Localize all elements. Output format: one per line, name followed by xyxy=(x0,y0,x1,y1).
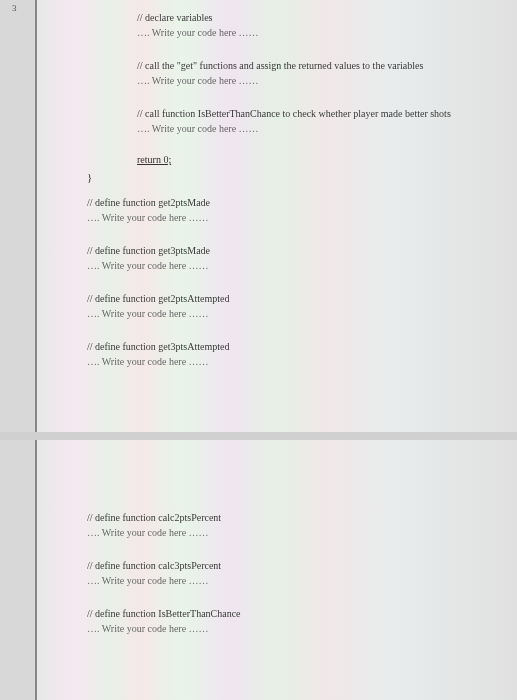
comment-text: // define function get2ptsMade xyxy=(87,195,487,210)
instruction-text: …. Write your code here …… xyxy=(87,621,487,636)
comment-text: // define function IsBetterThanChance xyxy=(87,606,487,621)
instruction-text: …. Write your code here …… xyxy=(87,306,487,321)
comment-text: // define function get3ptsAttempted xyxy=(87,339,487,354)
instruction-text: …. Write your code here …… xyxy=(87,354,487,369)
page-1: // declare variables …. Write your code … xyxy=(35,0,517,432)
return-keyword: return 0; xyxy=(137,154,171,165)
code-block-get2ptsattempted: // define function get2ptsAttempted …. W… xyxy=(87,291,487,321)
instruction-text: …. Write your code here …… xyxy=(137,25,487,40)
code-block-calc3ptspercent: // define function calc3ptsPercent …. Wr… xyxy=(87,558,487,588)
comment-text: // call the "get" functions and assign t… xyxy=(137,58,487,73)
instruction-text: …. Write your code here …… xyxy=(87,525,487,540)
code-block-get3ptsattempted: // define function get3ptsAttempted …. W… xyxy=(87,339,487,369)
closing-brace: } xyxy=(87,171,487,183)
comment-text: // define function get3ptsMade xyxy=(87,243,487,258)
page-2: // define function calc2ptsPercent …. Wr… xyxy=(35,440,517,700)
code-block-call-isbetter: // call function IsBetterThanChance to c… xyxy=(137,106,487,136)
page-gap xyxy=(0,432,517,440)
comment-text: // define function calc3ptsPercent xyxy=(87,558,487,573)
code-block-call-get: // call the "get" functions and assign t… xyxy=(137,58,487,88)
comment-text: // define function calc2ptsPercent xyxy=(87,510,487,525)
code-block-declare: // declare variables …. Write your code … xyxy=(137,10,487,40)
comment-text: // define function get2ptsAttempted xyxy=(87,291,487,306)
instruction-text: …. Write your code here …… xyxy=(137,121,487,136)
instruction-text: …. Write your code here …… xyxy=(87,573,487,588)
instruction-text: …. Write your code here …… xyxy=(87,258,487,273)
instruction-text: …. Write your code here …… xyxy=(87,210,487,225)
comment-text: // declare variables xyxy=(137,10,487,25)
code-block-isbetterthanchance: // define function IsBetterThanChance ….… xyxy=(87,606,487,636)
return-statement: return 0; xyxy=(87,154,487,171)
code-block-get3ptsmade: // define function get3ptsMade …. Write … xyxy=(87,243,487,273)
instruction-text: …. Write your code here …… xyxy=(137,73,487,88)
code-block-calc2ptspercent: // define function calc2ptsPercent …. Wr… xyxy=(87,510,487,540)
code-block-get2ptsmade: // define function get2ptsMade …. Write … xyxy=(87,195,487,225)
comment-text: // call function IsBetterThanChance to c… xyxy=(137,106,487,121)
